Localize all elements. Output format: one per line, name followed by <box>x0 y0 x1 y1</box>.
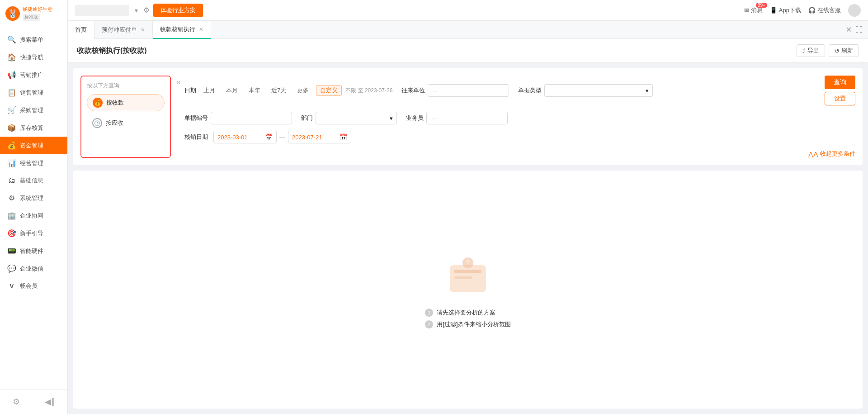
doc-no-input[interactable] <box>211 112 292 124</box>
sidebar-item-sales[interactable]: 📋 销售管理 <box>0 84 67 101</box>
dept-chevron-icon: ▾ <box>390 115 393 122</box>
header-left: ▾ ⚙ 体验行业方案 <box>75 4 744 17</box>
message-button[interactable]: ✉ 消息 99+ <box>744 6 763 14</box>
date-btn-7days[interactable]: 近7天 <box>268 86 290 95</box>
query-actions: 查询 设置 <box>825 76 855 105</box>
sidebar-item-label: 采购管理 <box>20 106 43 114</box>
sidebar-item-finance[interactable]: 💰 资金管理 <box>0 137 67 154</box>
inventory-icon: 📦 <box>7 124 16 132</box>
verify-date-start[interactable]: 2023-03-01 📅 <box>213 131 277 143</box>
dept-select[interactable]: ▾ <box>316 112 397 124</box>
collapse-panel-btn[interactable]: « <box>176 76 181 158</box>
salesman-filter-group: 业务员 ··· <box>406 112 508 124</box>
header-dropdown-icon[interactable]: ▾ <box>135 7 138 14</box>
tab-prepay-close[interactable]: ✕ <box>141 27 145 33</box>
tab-prepay[interactable]: 预付冲应付单 ✕ <box>94 21 153 39</box>
tab-maximize-icon[interactable]: ⛶ <box>855 26 863 34</box>
collapse-more-button[interactable]: ⋀⋀ 收起更多条件 <box>808 150 855 158</box>
date-custom-tag[interactable]: 自定义 <box>316 85 342 96</box>
filter-right-panel: 日期 上月 本月 本年 近7天 更多 自定义 不限 至 2023-07-26 往… <box>184 76 855 158</box>
sidebar-nav: 🔍 搜索菜单 🏠 快捷导航 📢 营销推广 📋 销售管理 🛒 采购管理 📦 库存核… <box>0 27 67 389</box>
tab-home[interactable]: 首页 <box>68 21 94 39</box>
sales-icon: 📋 <box>7 88 16 97</box>
dept-label: 部门 <box>301 114 313 122</box>
counterparty-input[interactable]: ··· <box>428 84 509 97</box>
search-icon: 🔍 <box>7 35 16 44</box>
purchase-icon: 🛒 <box>7 106 16 114</box>
sidebar-item-guide[interactable]: 🎯 新手引导 <box>0 224 67 242</box>
query-button[interactable]: 查询 <box>825 76 855 89</box>
settings-button[interactable]: 设置 <box>825 92 855 105</box>
date-btn-more[interactable]: 更多 <box>293 86 312 95</box>
filter-left-panel: 按以下方查询 💰 按收款 🕐 按应收 <box>80 76 171 158</box>
service-icon: 🎧 <box>808 7 816 14</box>
doc-no-label: 单据编号 <box>184 114 208 122</box>
tab-close-all-icon[interactable]: ✕ <box>846 25 852 34</box>
tab-collection-label: 收款核销执行 <box>160 25 195 33</box>
date-btn-this-year[interactable]: 本年 <box>245 86 264 95</box>
header-gear-icon[interactable]: ⚙ <box>143 6 150 14</box>
date-range-dash: — <box>279 134 285 141</box>
sidebar-item-search[interactable]: 🔍 搜索菜单 <box>0 31 67 48</box>
sidebar-item-label: 经营管理 <box>20 159 43 167</box>
user-avatar[interactable] <box>848 4 861 17</box>
export-button[interactable]: ⤴ 导出 <box>797 44 825 57</box>
collapse-more-area: ⋀⋀ 收起更多条件 <box>184 150 855 158</box>
filter-option-by-receipt[interactable]: 💰 按收款 <box>87 94 165 111</box>
sidebar-item-label: 快捷导航 <box>20 53 43 62</box>
tab-actions: ✕ ⛶ <box>846 25 868 34</box>
collapse-sidebar-icon[interactable]: ◀‖ <box>41 395 59 409</box>
date-label: 日期 <box>184 86 196 95</box>
empty-text-area: 1 请先选择要分析的方案 2 用[过滤]条件来缩小分析范围 <box>425 309 510 332</box>
calendar-start-icon: 📅 <box>265 133 273 141</box>
sidebar-item-marketing[interactable]: 📢 营销推广 <box>0 66 67 84</box>
sidebar-item-vip[interactable]: V 畅会员 <box>0 277 67 295</box>
app-download-button[interactable]: 📱 App下载 <box>770 6 801 14</box>
sidebar-item-label: 企业协同 <box>20 212 43 220</box>
content-area: 收款核销执行(按收款) ⤴ 导出 ↺ 刷新 按以下方查询 💰 按收款 <box>68 39 868 414</box>
phone-icon: 📱 <box>770 7 777 14</box>
industry-solution-button[interactable]: 体验行业方案 <box>153 4 203 17</box>
online-service-button[interactable]: 🎧 在线客服 <box>808 6 841 14</box>
tab-collection[interactable]: 收款核销执行 ✕ <box>153 21 211 39</box>
sidebar-item-operation[interactable]: 📊 经营管理 <box>0 154 67 172</box>
sidebar-item-system[interactable]: ⚙ 系统管理 <box>0 189 67 207</box>
step-1-num: 1 <box>425 309 433 317</box>
main-content: ▾ ⚙ 体验行业方案 ✉ 消息 99+ 📱 App下载 🎧 在线客服 首页 <box>68 0 868 414</box>
message-badge: 99+ <box>756 3 767 8</box>
date-btn-last-month[interactable]: 上月 <box>200 86 219 95</box>
logo-version: 标准版 <box>23 14 40 21</box>
sidebar-item-hardware[interactable]: 📟 智能硬件 <box>0 242 67 260</box>
collapse-more-label: 收起更多条件 <box>820 150 855 158</box>
refresh-label: 刷新 <box>841 47 853 55</box>
sidebar-item-inventory[interactable]: 📦 库存核算 <box>0 119 67 137</box>
date-btn-this-month[interactable]: 本月 <box>222 86 241 95</box>
logo-area: 🐰 畅捷通好生意 标准版 <box>0 0 67 27</box>
date-no-limit: 不限 至 2023-07-26 <box>345 87 392 95</box>
filter-option-by-receivable[interactable]: 🕐 按应收 <box>87 115 165 131</box>
salesman-input[interactable]: ··· <box>426 112 508 124</box>
wechat-icon: 💬 <box>7 264 16 273</box>
sidebar-item-quicknav[interactable]: 🏠 快捷导航 <box>0 48 67 66</box>
collapse-icon[interactable]: « <box>176 77 181 87</box>
message-icon: ✉ <box>744 7 749 14</box>
empty-step-1: 1 请先选择要分析的方案 <box>425 309 510 317</box>
dept-filter-group: 部门 ▾ <box>301 112 397 124</box>
sidebar-item-basic[interactable]: 🗂 基础信息 <box>0 172 67 189</box>
refresh-button[interactable]: ↺ 刷新 <box>829 44 859 57</box>
sidebar-item-purchase[interactable]: 🛒 采购管理 <box>0 101 67 119</box>
basic-icon: 🗂 <box>7 176 16 185</box>
guide-icon: 🎯 <box>7 229 16 238</box>
settings-bottom-icon[interactable]: ⚙ <box>9 395 24 409</box>
top-header: ▾ ⚙ 体验行业方案 ✉ 消息 99+ 📱 App下载 🎧 在线客服 <box>68 0 868 21</box>
doc-type-select[interactable]: ▾ <box>544 84 653 97</box>
tab-prepay-label: 预付冲应付单 <box>102 26 137 34</box>
filter-row-2: 单据编号 部门 ▾ 业务员 ··· <box>184 112 855 124</box>
sidebar-item-wechat[interactable]: 💬 企业微信 <box>0 260 67 277</box>
operation-icon: 📊 <box>7 159 16 167</box>
logo-name: 畅捷通好生意 <box>23 6 52 12</box>
verify-date-end[interactable]: 2023-07-21 📅 <box>288 131 351 143</box>
empty-illustration <box>441 247 495 301</box>
tab-collection-close[interactable]: ✕ <box>199 26 203 33</box>
sidebar-item-enterprise[interactable]: 🏢 企业协同 <box>0 207 67 224</box>
